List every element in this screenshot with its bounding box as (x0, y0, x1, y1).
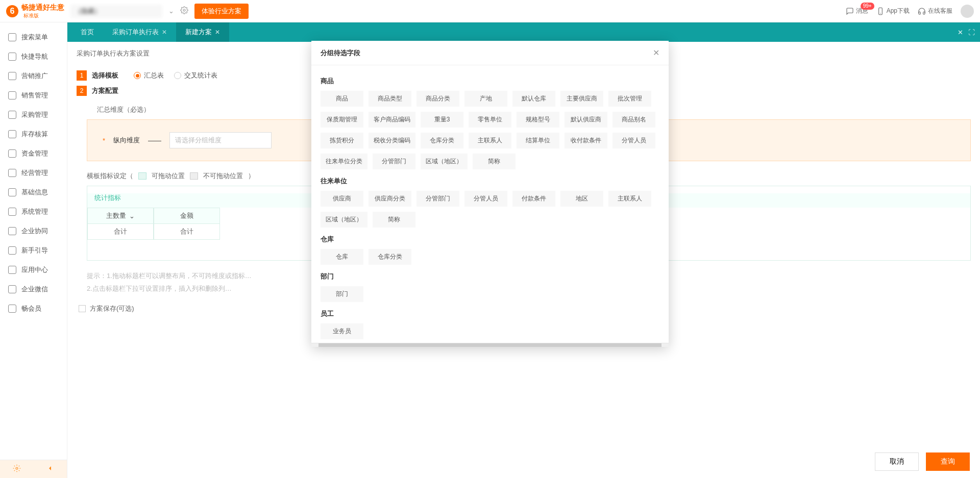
field-chip[interactable]: 供应商分类 (369, 191, 411, 207)
field-chip[interactable]: 批次管理 (608, 91, 651, 107)
field-chip[interactable]: 分管人员 (464, 191, 507, 207)
field-chip[interactable]: 区域（地区） (321, 212, 368, 228)
field-grid: 商品商品类型商品分类产地默认仓库主要供应商批次管理保质期管理客户商品编码重量3零… (321, 91, 659, 169)
field-chip[interactable]: 结算单位 (517, 133, 559, 148)
field-chip[interactable]: 仓库分类 (369, 249, 411, 265)
field-group-title: 往来单位 (321, 177, 659, 186)
field-chip[interactable]: 简称 (473, 154, 516, 169)
field-chip[interactable]: 商品 (321, 91, 363, 107)
field-chip[interactable]: 默认仓库 (512, 91, 555, 107)
field-chip[interactable]: 付款条件 (512, 191, 555, 207)
field-chip[interactable]: 规格型号 (517, 112, 559, 128)
field-group-title: 员工 (321, 309, 659, 318)
field-group-title: 仓库 (321, 235, 659, 244)
field-chip[interactable]: 分管人员 (612, 133, 655, 148)
field-grid: 仓库仓库分类 (321, 249, 659, 265)
modal-overlay: 分组待选字段 ✕ 商品商品商品类型商品分类产地默认仓库主要供应商批次管理保质期管… (0, 0, 980, 478)
field-chip[interactable]: 分管部门 (416, 191, 459, 207)
field-grid: 供应商供应商分类分管部门分管人员付款条件地区主联系人区域（地区）简称 (321, 191, 659, 228)
field-chip[interactable]: 收付款条件 (565, 133, 607, 148)
field-chip[interactable]: 仓库 (321, 249, 363, 265)
modal-body[interactable]: 商品商品商品类型商品分类产地默认仓库主要供应商批次管理保质期管理客户商品编码重量… (311, 65, 669, 343)
field-select-modal: 分组待选字段 ✕ 商品商品商品类型商品分类产地默认仓库主要供应商批次管理保质期管… (311, 41, 669, 347)
field-chip[interactable]: 业务员 (321, 323, 363, 339)
field-chip[interactable]: 部门 (321, 286, 363, 302)
field-group-title: 部门 (321, 272, 659, 281)
field-chip[interactable]: 简称 (373, 212, 415, 228)
field-chip[interactable]: 往来单位分类 (321, 154, 368, 169)
modal-horizontal-scrollbar[interactable] (311, 343, 669, 347)
field-chip[interactable]: 客户商品编码 (369, 112, 415, 128)
field-chip[interactable]: 区域（地区） (421, 154, 468, 169)
field-chip[interactable]: 主要供应商 (560, 91, 603, 107)
close-icon[interactable]: ✕ (653, 48, 659, 58)
field-chip[interactable]: 分管部门 (373, 154, 415, 169)
modal-header: 分组待选字段 ✕ (311, 41, 669, 65)
field-chip[interactable]: 仓库分类 (421, 133, 463, 148)
field-chip[interactable]: 零售单位 (469, 112, 511, 128)
field-chip[interactable]: 主联系人 (469, 133, 511, 148)
modal-title: 分组待选字段 (321, 48, 360, 58)
field-chip[interactable]: 商品别名 (612, 112, 655, 128)
field-chip[interactable]: 商品类型 (369, 91, 411, 107)
field-group-title: 商品 (321, 77, 659, 86)
field-chip[interactable]: 地区 (560, 191, 603, 207)
field-chip[interactable]: 商品分类 (416, 91, 459, 107)
field-chip[interactable]: 税收分类编码 (369, 133, 415, 148)
field-chip[interactable]: 保质期管理 (321, 112, 363, 128)
field-chip[interactable]: 产地 (464, 91, 507, 107)
field-chip[interactable]: 主联系人 (608, 191, 651, 207)
field-grid: 业务员 (321, 323, 659, 339)
field-chip[interactable]: 重量3 (421, 112, 463, 128)
field-chip[interactable]: 供应商 (321, 191, 363, 207)
field-chip[interactable]: 默认供应商 (565, 112, 607, 128)
field-chip[interactable]: 拣货积分 (321, 133, 363, 148)
field-grid: 部门 (321, 286, 659, 302)
